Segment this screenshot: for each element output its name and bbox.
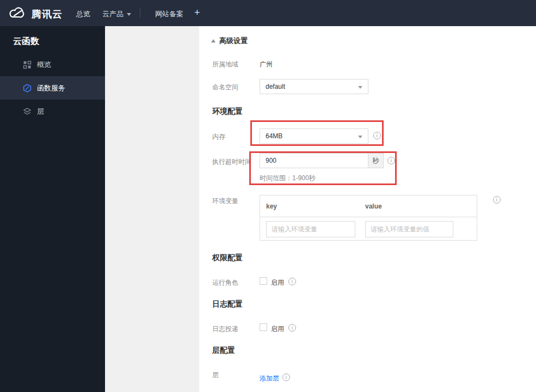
sidebar-item-label: 概览	[37, 60, 51, 70]
log-delivery-info-icon[interactable]	[288, 324, 296, 332]
add-layer-link[interactable]: 添加层	[260, 374, 279, 383]
top-nav-bar: 腾讯云 总览 云产品 网站备案 +	[0, 0, 536, 26]
tencent-cloud-logo-icon	[8, 6, 27, 22]
chevron-down-icon	[358, 136, 362, 138]
timeout-range-hint: 时间范围：1-900秒	[260, 174, 316, 183]
run-role-label: 运行角色	[212, 278, 238, 287]
namespace-select[interactable]: default	[260, 79, 368, 94]
log-delivery-label: 日志投递	[212, 324, 238, 334]
env-config-section-title: 环境配置	[212, 107, 243, 117]
advanced-settings-label: 高级设置	[219, 36, 248, 46]
perm-config-section-title: 权限配置	[212, 253, 243, 263]
sidebar-item-layers[interactable]: 层	[0, 100, 105, 123]
region-label: 所属地域	[212, 60, 238, 69]
envvars-info-icon[interactable]	[493, 196, 501, 204]
nav-item-overview[interactable]: 总览	[76, 9, 90, 19]
run-role-enable-label: 启用	[271, 278, 284, 287]
brand-title: 腾讯云	[32, 8, 63, 21]
namespace-select-value: default	[266, 83, 285, 90]
nav-item-cloud-products-label: 云产品	[102, 10, 124, 18]
log-config-section-title: 日志配置	[212, 299, 243, 309]
nav-divider	[140, 8, 140, 18]
sidebar-item-label: 函数服务	[37, 83, 65, 93]
memory-info-icon[interactable]	[373, 132, 381, 139]
run-role-checkbox[interactable]	[260, 277, 267, 285]
layers-icon	[23, 107, 32, 116]
grid-icon	[23, 60, 32, 69]
layer-label: 层	[212, 371, 219, 380]
nav-item-cloud-products[interactable]: 云产品	[102, 9, 131, 19]
namespace-label: 命名空间	[212, 83, 238, 92]
secondary-panel	[105, 26, 199, 392]
envvars-value-header: value	[365, 203, 382, 210]
region-value: 广州	[260, 60, 273, 69]
layer-info-icon[interactable]	[282, 373, 290, 381]
envvars-table-header: key value	[260, 195, 477, 217]
log-delivery-enable-label: 启用	[271, 324, 284, 334]
sidebar-item-overview[interactable]: 概览	[0, 53, 105, 76]
brand[interactable]: 腾讯云	[8, 6, 63, 22]
collapse-arrow-icon	[211, 39, 215, 42]
envvars-label: 环境变量	[212, 197, 238, 206]
envvar-key-input[interactable]	[266, 221, 355, 237]
sidebar-item-function-service[interactable]: 函数服务	[0, 76, 105, 100]
layer-config-section-title: 层配置	[212, 346, 235, 356]
chevron-down-icon	[127, 13, 131, 16]
run-role-info-icon[interactable]	[288, 278, 296, 285]
timeout-input[interactable]	[260, 153, 368, 168]
sidebar-title: 云函数	[13, 36, 39, 47]
sidebar-item-label: 层	[37, 107, 44, 117]
envvars-table: key value	[260, 195, 477, 241]
timeout-label: 执行超时时间	[212, 157, 251, 167]
timeout-info-icon[interactable]	[387, 157, 395, 164]
add-tab-button[interactable]: +	[194, 7, 200, 19]
timeout-unit-suffix: 秒	[368, 153, 384, 168]
memory-label: 内存	[212, 132, 225, 142]
advanced-settings-toggle[interactable]: 高级设置	[211, 36, 248, 46]
sidebar: 云函数 概览 函数服务	[0, 26, 105, 392]
memory-select-value: 64MB	[266, 132, 282, 140]
page: 腾讯云 总览 云产品 网站备案 + 云函数 概览	[0, 0, 536, 392]
chevron-down-icon	[358, 86, 362, 89]
nav-item-icp-filing[interactable]: 网站备案	[155, 9, 183, 19]
log-delivery-checkbox[interactable]	[260, 323, 267, 331]
envvar-value-input[interactable]	[365, 221, 453, 237]
function-hexagon-icon	[23, 84, 32, 93]
memory-select[interactable]: 64MB	[260, 128, 368, 144]
envvars-key-header: key	[266, 203, 277, 210]
